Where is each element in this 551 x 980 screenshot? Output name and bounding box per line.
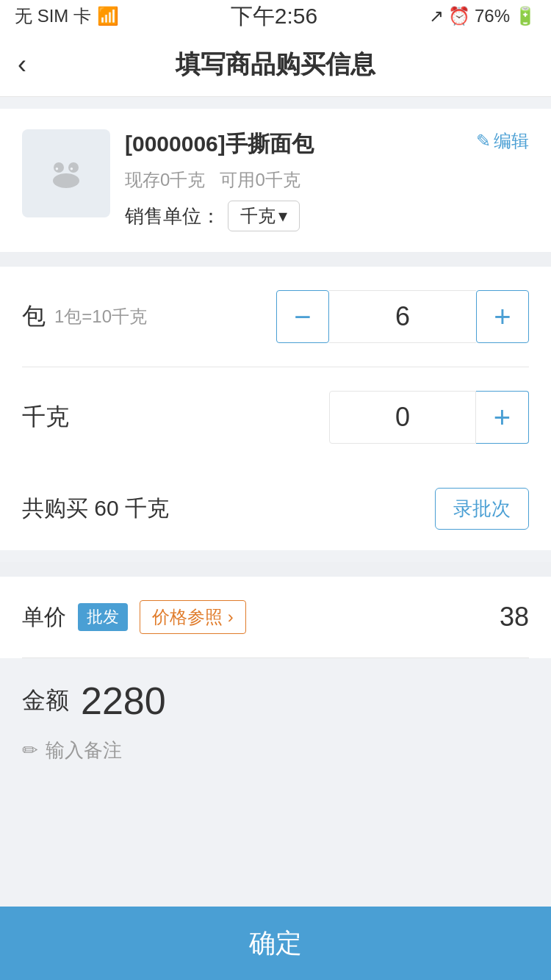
dropdown-icon: ▾ [278,206,287,226]
kg-stepper: + [329,391,529,444]
alarm-icon: ⏰ [448,6,470,26]
edit-button[interactable]: ✎ 编辑 [476,129,529,153]
batch-button[interactable]: 录批次 [435,488,529,530]
total-label: 共购买 60 千克 [22,494,169,524]
price-reference-button[interactable]: 价格参照 › [140,600,246,634]
remark-placeholder: 输入备注 [46,738,122,763]
package-input[interactable] [329,290,476,343]
battery-level: 76% [475,6,510,26]
unit-select[interactable]: 千克 ▾ [228,201,300,231]
confirm-button[interactable]: 确定 [0,907,551,980]
package-stepper: − + [276,290,529,343]
package-minus-button[interactable]: − [276,290,329,343]
status-left: 无 SIM 卡 📶 [15,4,119,28]
price-label: 单价 [22,602,66,633]
edit-icon: ✎ [476,131,491,151]
back-button[interactable]: ‹ [18,49,26,80]
amount-row: 金额 2280 [22,679,529,723]
kg-input[interactable] [329,391,476,444]
package-label: 包 1包=10千克 [22,300,147,333]
price-section: 单价 批发 价格参照 › 38 [0,577,551,658]
status-right: ↗ ⏰ 76% 🔋 [429,6,536,26]
sim-label: 无 SIM 卡 [15,4,91,28]
remark-icon: ✏ [22,739,38,762]
battery-icon: 🔋 [514,6,536,26]
total-row: 共购买 60 千克 录批次 [0,467,551,550]
product-info: [0000006]手撕面包 现存0千克 可用0千克 销售单位： 千克 ▾ [125,129,529,231]
package-hint: 1包=10千克 [54,305,147,328]
wifi-icon: 📶 [97,6,119,26]
product-unit-row: 销售单位： 千克 ▾ [125,201,529,231]
amount-section: 金额 2280 ✏ 输入备注 [0,658,551,775]
svg-text:●: ● [70,165,73,172]
price-tag: 批发 [78,603,128,631]
product-thumbnail: ● ● [22,129,110,217]
kg-input-row: 千克 + [22,367,529,467]
confirm-label: 确定 [249,926,302,962]
bottom-spacer [0,775,551,863]
page-title: 填写商品购买信息 [176,48,375,82]
product-stock: 现存0千克 可用0千克 [125,168,529,192]
nav-bar: ‹ 填写商品购买信息 [0,32,551,97]
price-value: 38 [500,602,529,633]
section-divider-2 [0,562,551,577]
price-row: 单价 批发 价格参照 › 38 [22,577,529,658]
product-card: ● ● [0000006]手撕面包 现存0千克 可用0千克 销售单位： 千克 ▾… [0,109,551,252]
package-plus-button[interactable]: + [476,290,529,343]
svg-point-2 [53,173,79,188]
product-name: [0000006]手撕面包 [125,129,529,159]
amount-label: 金额 [22,685,69,717]
time-display: 下午2:56 [231,1,317,32]
svg-text:●: ● [55,165,59,172]
kg-label: 千克 [22,401,69,433]
location-icon: ↗ [429,6,444,26]
status-bar: 无 SIM 卡 📶 下午2:56 ↗ ⏰ 76% 🔋 [0,0,551,32]
kg-plus-button[interactable]: + [476,391,529,444]
section-divider-1 [0,252,551,267]
input-section: 包 1包=10千克 − + 千克 + [0,267,551,467]
package-input-row: 包 1包=10千克 − + [22,267,529,367]
amount-value: 2280 [81,679,166,723]
remark-row[interactable]: ✏ 输入备注 [22,738,529,763]
